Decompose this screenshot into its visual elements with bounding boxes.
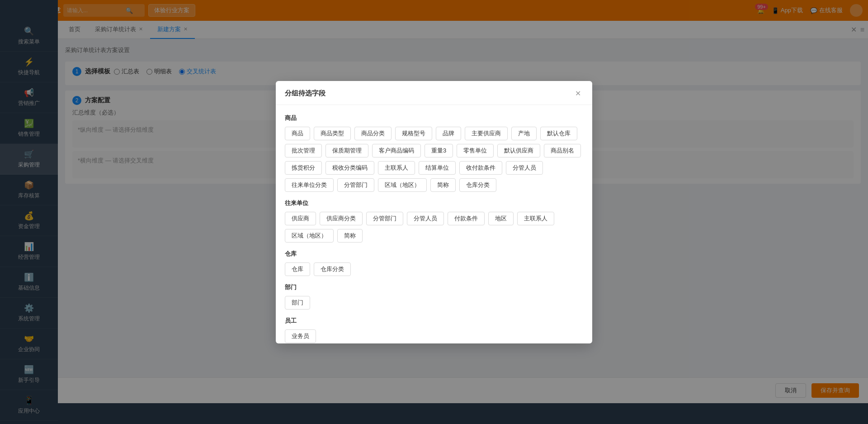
field-tag-1-7[interactable]: 区域（地区）: [285, 229, 334, 243]
field-tag-1-2[interactable]: 分管部门: [366, 212, 403, 225]
field-tag-0-15[interactable]: 拣货积分: [285, 161, 322, 175]
section-title-4: 员工: [285, 317, 583, 325]
section-title-3: 部门: [285, 283, 583, 291]
field-tag-1-6[interactable]: 主联系人: [517, 212, 554, 225]
field-tag-0-24[interactable]: 简称: [430, 178, 456, 192]
field-tag-0-6[interactable]: 产地: [511, 127, 537, 140]
field-tag-0-19[interactable]: 收付款条件: [459, 161, 502, 175]
modal-body[interactable]: 商品商品商品类型商品分类规格型号品牌主要供应商产地默认仓库批次管理保质期管理客户…: [276, 105, 592, 343]
field-tag-1-4[interactable]: 付款条件: [448, 212, 485, 225]
field-tag-3-0[interactable]: 部门: [285, 296, 310, 310]
section-title-0: 商品: [285, 114, 583, 122]
field-tag-0-5[interactable]: 主要供应商: [465, 127, 508, 140]
field-tag-1-8[interactable]: 简称: [337, 229, 363, 243]
field-tag-0-14[interactable]: 商品别名: [544, 144, 581, 157]
section-title-2: 仓库: [285, 250, 583, 258]
field-tag-0-18[interactable]: 结算单位: [419, 161, 456, 175]
modal-overlay: 分组待选字段 ✕ 商品商品商品类型商品分类规格型号品牌主要供应商产地默认仓库批次…: [0, 0, 868, 424]
field-tag-0-4[interactable]: 品牌: [436, 127, 461, 140]
field-tag-0-10[interactable]: 客户商品编码: [372, 144, 421, 157]
field-tag-1-3[interactable]: 分管人员: [407, 212, 444, 225]
field-tag-2-0[interactable]: 仓库: [285, 262, 310, 276]
modal-dialog: 分组待选字段 ✕ 商品商品商品类型商品分类规格型号品牌主要供应商产地默认仓库批次…: [276, 81, 592, 343]
field-grid-1: 供应商供应商分类分管部门分管人员付款条件地区主联系人区域（地区）简称: [285, 212, 583, 243]
modal-close-button[interactable]: ✕: [572, 88, 583, 99]
field-tag-0-8[interactable]: 批次管理: [285, 144, 322, 157]
field-grid-4: 业务员: [285, 329, 583, 343]
field-tag-0-0[interactable]: 商品: [285, 127, 310, 140]
field-grid-0: 商品商品类型商品分类规格型号品牌主要供应商产地默认仓库批次管理保质期管理客户商品…: [285, 127, 583, 192]
section-title-1: 往来单位: [285, 199, 583, 207]
field-tag-0-9[interactable]: 保质期管理: [326, 144, 368, 157]
modal-header: 分组待选字段 ✕: [276, 81, 592, 105]
field-tag-1-0[interactable]: 供应商: [285, 212, 316, 225]
field-tag-0-17[interactable]: 主联系人: [378, 161, 415, 175]
modal-title: 分组待选字段: [285, 89, 326, 98]
field-grid-2: 仓库仓库分类: [285, 262, 583, 276]
field-tag-0-13[interactable]: 默认供应商: [497, 144, 540, 157]
field-tag-0-3[interactable]: 规格型号: [395, 127, 432, 140]
field-grid-3: 部门: [285, 296, 583, 310]
field-tag-4-0[interactable]: 业务员: [285, 329, 316, 343]
field-tag-0-12[interactable]: 零售单位: [457, 144, 494, 157]
field-tag-0-16[interactable]: 税收分类编码: [326, 161, 374, 175]
field-tag-2-1[interactable]: 仓库分类: [314, 262, 351, 276]
field-tag-0-22[interactable]: 分管部门: [337, 178, 374, 192]
field-tag-0-20[interactable]: 分管人员: [506, 161, 543, 175]
field-tag-0-23[interactable]: 区域（地区）: [378, 178, 427, 192]
field-tag-0-11[interactable]: 重量3: [425, 144, 453, 157]
field-tag-0-25[interactable]: 仓库分类: [459, 178, 496, 192]
field-tag-0-7[interactable]: 默认仓库: [540, 127, 577, 140]
field-tag-0-2[interactable]: 商品分类: [354, 127, 392, 140]
field-tag-1-1[interactable]: 供应商分类: [320, 212, 363, 225]
field-tag-1-5[interactable]: 地区: [488, 212, 514, 225]
field-tag-0-21[interactable]: 往来单位分类: [285, 178, 334, 192]
field-tag-0-1[interactable]: 商品类型: [314, 127, 351, 140]
